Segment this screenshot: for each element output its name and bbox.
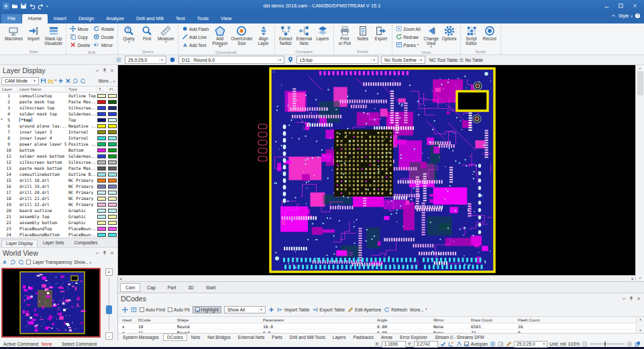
dcodes-scrollbar[interactable]: ▲▼ (636, 317, 644, 333)
edit-aperture-button[interactable]: Edit Aperture (347, 307, 381, 313)
layer-trace-color-swatch[interactable] (97, 197, 106, 201)
layer-trace-color-swatch[interactable] (97, 227, 106, 231)
layer-flash-color-swatch[interactable] (108, 148, 117, 152)
save-icon[interactable] (20, 3, 27, 9)
print-or-plot-button[interactable]: Print or Plot (336, 24, 354, 48)
layers-button[interactable]: Layers (314, 24, 331, 48)
app-icon[interactable] (3, 3, 9, 9)
add-text-button[interactable]: AAdd Text (180, 41, 211, 49)
layer-flash-color-swatch[interactable] (108, 154, 117, 158)
move-button[interactable]: Move (68, 25, 91, 33)
bottom-tab-layers[interactable]: Layers (329, 334, 350, 340)
layer-row-15[interactable]: 15drill_18.drlNC Primary (0, 177, 117, 183)
menu-tab-file[interactable]: File (1, 14, 21, 23)
record-button[interactable]: Record (481, 24, 498, 48)
menu-tab-analyze[interactable]: Analyze (100, 14, 130, 23)
panel-pin-icon[interactable] (102, 68, 107, 73)
panel-tab-layer-display[interactable]: Layer Display (1, 240, 38, 247)
grid-select[interactable]: 25.0:25.0▼ (125, 56, 166, 64)
dcode-row-11[interactable]: x11Round6.00.00None740 (118, 330, 644, 333)
layer-row-5[interactable]: 5▸*topTop (0, 117, 117, 123)
rotate-button[interactable]: Rotate (92, 25, 115, 33)
layer-trace-color-swatch[interactable] (97, 185, 106, 189)
layer-trace-color-swatch[interactable] (97, 191, 106, 195)
grid-snap-icon[interactable] (115, 56, 122, 63)
add-polygon-button[interactable]: Add Polygon▾ (211, 24, 229, 49)
layer-row-18[interactable]: 18drill_21.drlNC Primary (0, 195, 117, 201)
show-all-select[interactable]: Show All▼ (224, 306, 266, 313)
bottom-tab-system-messages[interactable]: System Messages (119, 334, 162, 340)
layer-flash-color-swatch[interactable] (108, 221, 117, 225)
quick-access-dropdown-icon[interactable]: ▾ (46, 4, 48, 8)
over-under-size-button[interactable]: Over/Under Size (229, 24, 254, 49)
layer-flash-color-swatch[interactable] (108, 112, 117, 116)
export-table-button[interactable]: Export Table (312, 307, 345, 313)
menu-tab-text[interactable]: Text (170, 14, 191, 23)
canvas-tab-cap[interactable]: Cap (142, 283, 160, 292)
open-layers-icon[interactable] (48, 78, 54, 84)
bottom-tab-parts[interactable]: Parts (268, 334, 285, 340)
scroll-right-icon[interactable]: ▶ (632, 277, 634, 281)
add-dcode-icon[interactable] (268, 307, 274, 313)
panel-close-icon[interactable] (109, 68, 115, 73)
layer-trace-color-swatch[interactable] (97, 130, 106, 134)
zoom-all-button[interactable]: Zoom All (394, 25, 422, 33)
bottom-tab-dcodes[interactable]: DCodes (163, 334, 187, 341)
dcode-button[interactable]: Dcode (92, 33, 115, 41)
layer-flash-color-swatch[interactable] (108, 227, 117, 231)
origin-axes-icon[interactable] (448, 341, 454, 347)
export-button[interactable]: Export (372, 24, 390, 48)
scroll-down-icon[interactable]: ▼ (639, 277, 641, 280)
x-coordinate-field[interactable]: 1.1696 (382, 341, 406, 348)
scrollbar-thumb[interactable] (637, 71, 643, 95)
layer-flash-color-swatch[interactable] (108, 118, 117, 122)
measure-button[interactable]: Measure▾ (156, 24, 176, 48)
layer-row-2[interactable]: 2paste_mask_topPaste Mas... (0, 99, 117, 105)
layer-flash-color-swatch[interactable] (108, 191, 117, 195)
notes-button[interactable]: Notes (354, 24, 372, 48)
layer-row-23[interactable]: 23PlaceBoundTopPlaceBoun... (0, 226, 117, 232)
layer-trace-color-swatch[interactable] (97, 221, 106, 225)
world-view-zoom-out-button[interactable]: - (105, 332, 113, 340)
layer-row-11[interactable]: 11solder_mask_bottomSoldermas... (0, 153, 117, 159)
rotate-left-icon[interactable] (10, 259, 16, 265)
panel-close-icon[interactable] (109, 250, 115, 256)
bottom-tab-nets[interactable]: Nets (188, 334, 204, 340)
layer-transparency-checkbox[interactable] (26, 260, 31, 264)
help-icon[interactable]: ? (635, 13, 641, 19)
scroll-left-icon[interactable]: ◀ (119, 277, 121, 281)
layer-flash-color-swatch[interactable] (108, 185, 117, 189)
canvas-tab-cam[interactable]: Cam (120, 283, 140, 292)
save-layers-icon[interactable] (40, 78, 46, 84)
layer-row-19[interactable]: 19drill_22.drlNC Primary (0, 201, 117, 207)
layer-trace-color-swatch[interactable] (97, 142, 106, 146)
add-layer-icon[interactable] (58, 78, 64, 84)
layer-flash-color-swatch[interactable] (108, 203, 117, 207)
bottom-tab-external-nets[interactable]: External Nets (235, 334, 268, 340)
paste-left-icon[interactable] (72, 78, 78, 84)
layer-row-20[interactable]: 20board_outlineGraphic (0, 207, 117, 213)
layer-trace-color-swatch[interactable] (97, 100, 106, 104)
status-grid-select[interactable]: 25.0:25.0▼ (514, 341, 547, 348)
pane-mode-icon[interactable] (131, 307, 137, 313)
panel-pin-icon[interactable] (629, 296, 634, 301)
find-button[interactable]: Find (138, 24, 156, 48)
layer-row-14[interactable]: 14comoutlinebottomOutline B... (0, 171, 117, 177)
y-coordinate-field[interactable]: 3.2742 (414, 341, 438, 348)
import-button[interactable]: Import (25, 24, 42, 48)
show-menu-button[interactable]: Show... ▾ (74, 260, 91, 265)
query-button[interactable]: ?Query▾ (120, 24, 138, 48)
scroll-up-icon[interactable]: ▲ (639, 317, 641, 321)
layer-flash-color-swatch[interactable] (108, 94, 117, 98)
menu-tab-design[interactable]: Design (72, 14, 100, 23)
layer-trace-color-swatch[interactable] (97, 166, 106, 170)
script-editor-button[interactable]: Script Editor (463, 24, 480, 48)
panel-menu-icon[interactable] (95, 250, 100, 256)
stack-up-visualizer-button[interactable]: Stack Up Visualizer (43, 24, 64, 48)
layer-row-12[interactable]: 12silkscreen_bottomSilkscree... (0, 159, 117, 165)
style-label[interactable]: Style (619, 13, 629, 18)
layer-trace-color-swatch[interactable] (97, 112, 106, 116)
import-table-button[interactable]: Import Table (277, 307, 309, 313)
fit-view-icon[interactable]: A (2, 259, 8, 265)
move-mode-icon[interactable] (122, 307, 128, 313)
